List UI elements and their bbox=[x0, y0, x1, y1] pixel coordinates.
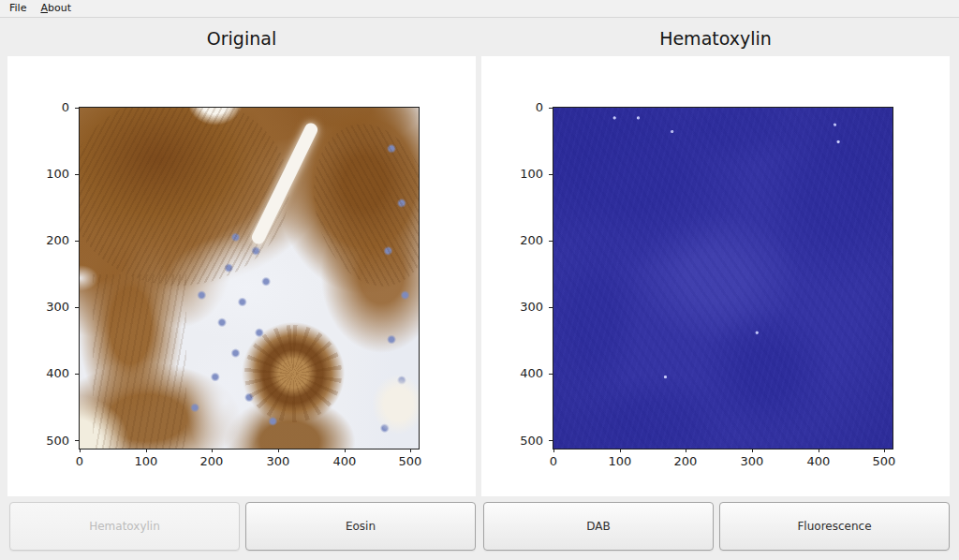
y-tick-label: 100 bbox=[7, 167, 69, 182]
y-tick-label: 300 bbox=[481, 300, 543, 315]
x-tick-label: 100 bbox=[127, 454, 165, 469]
fluorescence-button[interactable]: Fluorescence bbox=[719, 502, 950, 551]
tick-mark bbox=[549, 108, 553, 109]
panel-title-original: Original bbox=[7, 28, 476, 51]
y-tick-label: 300 bbox=[7, 300, 69, 315]
y-tick-label: 200 bbox=[7, 233, 69, 248]
menu-about-accelerator: A bbox=[40, 2, 48, 14]
y-tick-label: 200 bbox=[481, 233, 543, 248]
tick-mark bbox=[75, 307, 79, 308]
tick-mark bbox=[884, 449, 885, 452]
y-tick-label: 500 bbox=[7, 434, 69, 449]
stain-button-row: Hematoxylin Eosin DAB Fluorescence bbox=[0, 502, 959, 551]
tick-mark bbox=[75, 440, 79, 441]
gland-rosette-texture bbox=[244, 325, 342, 422]
tick-mark bbox=[549, 374, 553, 375]
y-tick-label: 0 bbox=[481, 100, 543, 115]
tick-mark bbox=[686, 449, 686, 452]
x-tick-label: 400 bbox=[326, 454, 363, 469]
tick-mark bbox=[410, 449, 411, 452]
app-window: File About Original Hematoxylin 0 100 20… bbox=[0, 0, 959, 560]
hematoxylin-fiber-texture bbox=[553, 108, 893, 449]
x-tick-label: 0 bbox=[535, 454, 572, 469]
hematoxylin-image bbox=[553, 107, 893, 449]
x-tick-label: 300 bbox=[259, 454, 297, 469]
y-tick-label: 400 bbox=[481, 366, 543, 381]
tick-mark bbox=[146, 449, 147, 452]
tick-mark bbox=[75, 108, 79, 109]
x-tick-label: 500 bbox=[391, 454, 429, 469]
tick-mark bbox=[549, 174, 553, 175]
tick-mark bbox=[80, 449, 81, 452]
y-tick-label: 500 bbox=[481, 434, 543, 449]
tick-mark bbox=[549, 241, 553, 242]
menu-about-rest: bout bbox=[48, 2, 71, 14]
tick-mark bbox=[345, 449, 346, 452]
tick-mark bbox=[75, 241, 79, 242]
hematoxylin-button: Hematoxylin bbox=[9, 502, 240, 551]
tick-mark bbox=[549, 307, 553, 308]
tick-mark bbox=[212, 449, 213, 452]
gland-fiber-texture bbox=[93, 274, 186, 449]
y-tick-label: 100 bbox=[481, 167, 543, 182]
x-tick-label: 100 bbox=[601, 454, 639, 469]
y-tick-label: 0 bbox=[7, 100, 69, 115]
menu-file[interactable]: File bbox=[9, 0, 26, 17]
menu-about[interactable]: About bbox=[40, 0, 71, 17]
x-tick-label: 200 bbox=[193, 454, 230, 469]
tick-mark bbox=[75, 174, 79, 175]
x-tick-label: 400 bbox=[800, 454, 837, 469]
panel-title-hematoxylin: Hematoxylin bbox=[481, 28, 950, 51]
tick-mark bbox=[819, 449, 819, 452]
tick-mark bbox=[549, 440, 553, 441]
tick-mark bbox=[553, 449, 554, 452]
original-figure-canvas: 0 100 200 300 400 500 0 100 200 300 400 … bbox=[7, 56, 476, 496]
tick-mark bbox=[620, 449, 621, 452]
original-image bbox=[79, 107, 420, 449]
x-tick-label: 200 bbox=[667, 454, 704, 469]
x-tick-label: 0 bbox=[61, 454, 98, 469]
y-tick-label: 400 bbox=[7, 366, 69, 381]
tick-mark bbox=[75, 374, 79, 375]
x-tick-label: 500 bbox=[865, 454, 903, 469]
tick-mark bbox=[278, 449, 279, 452]
tick-mark bbox=[752, 449, 753, 452]
menu-bar: File About bbox=[0, 0, 959, 18]
dab-button[interactable]: DAB bbox=[483, 502, 714, 551]
hematoxylin-figure-canvas: 0 100 200 300 400 500 0 100 200 300 400 … bbox=[481, 56, 950, 496]
x-tick-label: 300 bbox=[733, 454, 771, 469]
eosin-button[interactable]: Eosin bbox=[245, 502, 476, 551]
